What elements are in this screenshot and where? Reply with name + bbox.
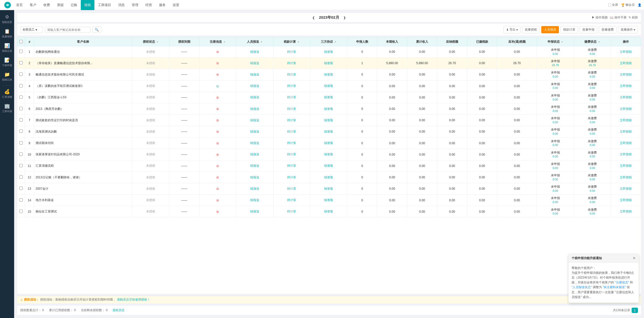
- staff-report-link[interactable]: 续报送: [250, 198, 259, 202]
- sidebar-item-annual-report[interactable]: 🏢 工商年报: [1, 101, 13, 115]
- row-checkbox[interactable]: [19, 95, 23, 99]
- tax-calc-link[interactable]: 待计算: [287, 61, 296, 65]
- nav-settings[interactable]: 设置: [169, 0, 183, 10]
- tax-calc-btn[interactable]: 税款计算: [560, 26, 578, 33]
- action-btn[interactable]: 立即授权: [620, 130, 632, 133]
- employee-filter[interactable]: 全部员工 ▾: [20, 26, 43, 33]
- nav-business[interactable]: 工商项目: [94, 0, 115, 10]
- sidebar-item-tax-settings[interactable]: ⚙ 报税设置: [1, 12, 13, 26]
- staff-report-link[interactable]: 续报送: [250, 107, 259, 111]
- action-btn[interactable]: 立即授权: [620, 50, 632, 54]
- action-btn[interactable]: 立即授权: [620, 176, 632, 179]
- action-btn[interactable]: 立即授权: [620, 153, 632, 156]
- sidebar-item-tax-records[interactable]: 📁 报税记录: [1, 70, 13, 84]
- row-checkbox[interactable]: [19, 198, 23, 202]
- row-checkbox[interactable]: [19, 61, 23, 64]
- tax-calc-link[interactable]: 待计算: [287, 130, 296, 133]
- tax-calc-link[interactable]: 待计算: [287, 141, 296, 145]
- tri-agreement-link[interactable]: 续签取: [324, 73, 333, 76]
- row-checkbox[interactable]: [19, 210, 23, 213]
- user-avatar[interactable]: 👤: [638, 3, 641, 7]
- next-month-btn[interactable]: ❯: [343, 16, 346, 19]
- row-checkbox[interactable]: [19, 164, 23, 167]
- sidebar-item-personal-tax[interactable]: 📝 个税申报: [1, 55, 13, 69]
- refresh-btn[interactable]: ↻ 刷新: [629, 15, 638, 20]
- nav-economy[interactable]: 经营: [142, 0, 156, 10]
- action-btn[interactable]: 立即授权: [620, 118, 632, 122]
- nav-bill[interactable]: 票据: [54, 0, 67, 10]
- row-checkbox[interactable]: [19, 107, 23, 110]
- action-btn[interactable]: 立即授权: [620, 73, 632, 76]
- action-btn[interactable]: 立即授权: [620, 164, 632, 167]
- row-checkbox[interactable]: [19, 72, 23, 76]
- nav-bookkeep[interactable]: 记账: [67, 0, 81, 10]
- action-btn[interactable]: 立即授权: [620, 61, 632, 65]
- tri-agreement-link[interactable]: 续签取: [324, 210, 333, 213]
- sidebar-item-tax-overview[interactable]: 📊 报税总览: [1, 41, 13, 55]
- tax-calc-link[interactable]: 待计算: [287, 95, 296, 99]
- batch-declare-btn[interactable]: 批量申报: [580, 26, 597, 33]
- tri-agreement-link[interactable]: 续签取: [324, 153, 333, 156]
- sidebar-item-batch-tax[interactable]: 📋 批量报税: [1, 27, 13, 40]
- notification-close-btn[interactable]: ✕: [633, 256, 636, 260]
- tax-calc-link[interactable]: 待计算: [287, 118, 296, 122]
- action-btn[interactable]: 立即授权: [620, 95, 632, 99]
- staff-report-link[interactable]: 续报送: [250, 95, 259, 99]
- action-btn[interactable]: 立即授权: [620, 107, 632, 111]
- tri-agreement-link[interactable]: 续签取: [324, 141, 333, 145]
- export-btn[interactable]: ⬇ 导出 ▾: [503, 26, 521, 33]
- nav-home[interactable]: 首页: [13, 0, 26, 10]
- staff-report-link[interactable]: 续报送: [250, 130, 259, 133]
- staff-report-link[interactable]: 续报送: [250, 73, 259, 76]
- staff-report-link[interactable]: 续报送: [250, 141, 259, 145]
- tri-agreement-link[interactable]: 续签取: [324, 95, 333, 99]
- search-button[interactable]: 🔍: [92, 27, 101, 33]
- staff-report-link[interactable]: 续报送: [250, 84, 259, 88]
- tax-calc-link[interactable]: 待计算: [287, 198, 296, 202]
- batch-auth-btn[interactable]: 批量授权: [522, 26, 540, 33]
- staff-report-link[interactable]: 续报送: [250, 187, 259, 190]
- tri-agreement-link[interactable]: 续签取: [324, 176, 333, 179]
- operation-video-btn[interactable]: ▶ 操作视频: [592, 15, 608, 20]
- nav-service[interactable]: 服务: [156, 0, 169, 10]
- tri-agreement-link[interactable]: 续签取: [324, 130, 333, 133]
- nav-fee[interactable]: 收费: [40, 0, 54, 10]
- tri-agreement-link[interactable]: 续签取: [324, 187, 333, 190]
- staff-report-link[interactable]: 续报送: [250, 176, 259, 179]
- tax-calc-link[interactable]: 待计算: [287, 73, 296, 76]
- action-btn[interactable]: 立即授权: [620, 210, 632, 213]
- staff-report-link[interactable]: 续报送: [250, 118, 259, 122]
- row-checkbox[interactable]: [19, 175, 23, 179]
- action-btn[interactable]: 立即授权: [620, 84, 632, 88]
- nav-manage[interactable]: 管理: [128, 0, 142, 10]
- staff-report-link[interactable]: 续报送: [250, 210, 259, 213]
- action-btn[interactable]: 立即授权: [620, 198, 632, 202]
- tri-agreement-link[interactable]: 续签取: [324, 198, 333, 202]
- tax-calc-link[interactable]: 待计算: [287, 84, 296, 88]
- action-btn[interactable]: 立即授权: [620, 141, 632, 145]
- staff-report-link[interactable]: 续报送: [250, 153, 259, 156]
- staff-report-link[interactable]: 续报送: [250, 50, 259, 54]
- tri-agreement-link[interactable]: 续签取: [324, 118, 333, 122]
- warning-link[interactable]: 请购买后尽快使用授权！: [117, 298, 150, 302]
- tax-calc-link[interactable]: 待计算: [287, 210, 296, 213]
- staff-report-link[interactable]: 续报送: [250, 164, 259, 167]
- row-checkbox[interactable]: [19, 84, 23, 87]
- tri-agreement-link[interactable]: 续签取: [324, 84, 333, 88]
- tax-calc-link[interactable]: 待计算: [287, 107, 296, 111]
- batch-ops-btn[interactable]: 批量操作 ▾: [618, 26, 638, 33]
- tax-calc-link[interactable]: 待计算: [287, 164, 296, 167]
- vip-btn[interactable]: 🏆 畅会员: [621, 3, 635, 7]
- row-checkbox[interactable]: [19, 118, 23, 121]
- tri-agreement-link[interactable]: 续签取: [324, 164, 333, 167]
- row-checkbox[interactable]: [19, 141, 23, 144]
- tax-calc-link[interactable]: 待计算: [287, 50, 296, 54]
- operation-manual-btn[interactable]: 📖 操作手册: [610, 15, 626, 20]
- nav-tax[interactable]: 报税: [81, 0, 94, 10]
- row-checkbox[interactable]: [19, 50, 23, 53]
- fullscreen-btn[interactable]: ⛶ 全屏: [608, 3, 618, 7]
- page-1-btn[interactable]: 1: [632, 308, 638, 313]
- search-input[interactable]: [45, 27, 90, 33]
- auth-history-link[interactable]: 授权历史: [113, 308, 125, 312]
- sidebar-item-annual-settlement[interactable]: 💰 汇算清缴: [1, 87, 13, 101]
